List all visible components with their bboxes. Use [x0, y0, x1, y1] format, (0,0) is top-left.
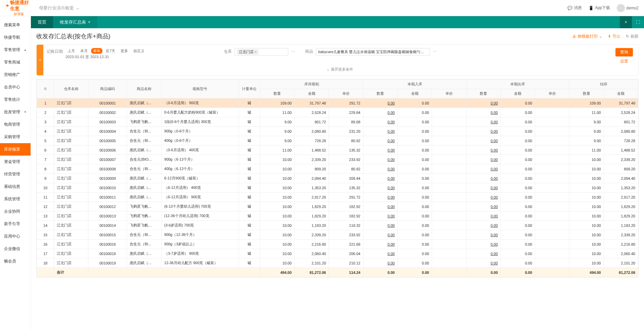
collapse-filter[interactable]: » [37, 45, 43, 75]
sidebar-item-19[interactable]: 畅会员 [0, 255, 31, 267]
sidebar-item-14[interactable]: 系统管理 [0, 193, 31, 205]
date-pill-0[interactable]: 上月 [66, 48, 77, 54]
messages-button[interactable]: 💬 消息 [567, 5, 582, 11]
table-row[interactable]: 5江北门店00100005合生元（BI...400g（0-6个月）罐9.0072… [37, 136, 638, 146]
cell-q3[interactable]: 0.00 [466, 258, 501, 268]
cell-q2[interactable]: 0.00 [363, 155, 397, 164]
table-row[interactable]: 15江北门店00100015合生元（BI...900g（12-36个月）罐10.… [37, 230, 638, 240]
cell-q3[interactable]: 0.00 [466, 211, 501, 221]
cell-q2[interactable]: 0.00 [363, 211, 397, 221]
sidebar-item-16[interactable]: 新手引导 [0, 218, 31, 230]
sidebar-item-7[interactable]: 批发管理▼ [0, 106, 31, 118]
table-row[interactable]: 10江北门店00100010惠氏启赋（...（6-12月适用） 400克罐10.… [37, 183, 638, 193]
cell-q3[interactable]: 0.00 [466, 202, 501, 211]
cell-q3[interactable]: 0.00 [466, 221, 501, 230]
table-row[interactable]: 11江北门店00100011惠氏启赋（...（6-12月适用） 900克罐10.… [37, 193, 638, 202]
sidebar-item-13[interactable]: 基础信息 [0, 180, 31, 193]
cell-q3[interactable]: 0.00 [466, 117, 501, 127]
table-row[interactable]: 4江北门店00100004合生元（BI...900g（0-6个月）罐9.002,… [37, 127, 638, 136]
table-row[interactable]: 2江北门店00100002惠氏启赋（...0-6月婴儿配方奶粉900克（罐装）罐… [37, 108, 638, 117]
sidebar-item-5[interactable]: 会员中心 [0, 81, 31, 93]
query-button[interactable]: 查询 [615, 48, 633, 56]
cell-q2[interactable]: 0.00 [363, 258, 397, 268]
refresh-button[interactable]: ↻ 刷新 [626, 34, 639, 39]
cell-q2[interactable]: 0.00 [363, 230, 397, 240]
cell-q3[interactable]: 0.00 [466, 127, 501, 136]
cell-q2[interactable]: 0.00 [363, 108, 397, 117]
cell-q2[interactable]: 0.00 [363, 136, 397, 146]
gear-icon[interactable]: ⚙ [44, 87, 47, 91]
cell-q2[interactable]: 0.00 [363, 117, 397, 127]
date-pill-5[interactable]: 自定义 [131, 48, 146, 54]
product-more[interactable]: … [433, 48, 437, 53]
cell-q2[interactable]: 0.00 [363, 221, 397, 230]
sidebar-item-10[interactable]: 库存核算 [0, 143, 31, 156]
fullscreen-toggle[interactable]: ⛶ [632, 16, 644, 28]
settings-link[interactable]: 设置 [615, 58, 633, 64]
cell-q3[interactable]: 0.00 [466, 98, 501, 108]
remove-tag-icon[interactable]: × [255, 50, 257, 54]
product-input[interactable]: babycare儿童餐具 婴儿注水保温碗 宝宝防摔碗吸盘碗辅食碗勺套装 雀湖绿 … [316, 48, 430, 56]
sidebar-item-8[interactable]: 电商管理 [0, 118, 31, 131]
sidebar-item-0[interactable]: 搜索菜单 [0, 19, 31, 31]
expand-more-filters[interactable]: ⌄ 展开更多条件 [47, 67, 633, 72]
cell-q3[interactable]: 0.00 [466, 230, 501, 240]
app-download-button[interactable]: 📱 App下载 [589, 5, 610, 11]
table-row[interactable]: 9江北门店00100009惠氏启赋（...6-12月900克（罐装）罐10.00… [37, 174, 638, 183]
date-pill-3[interactable]: 近7天 [104, 48, 117, 54]
account-selector[interactable]: 母婴行业演示账套 ⌄ [39, 5, 80, 11]
warehouse-more[interactable]: … [291, 48, 295, 53]
sidebar-item-12[interactable]: 经营管理 [0, 168, 31, 180]
cell-q3[interactable]: 0.00 [466, 146, 501, 155]
user-menu[interactable]: demo2 [617, 4, 639, 12]
sidebar-item-3[interactable]: 零售商城 [0, 56, 31, 69]
table-row[interactable]: 13江北门店00100013飞鹤星飞帆...(12-36个月幼儿适用) 700克… [37, 211, 638, 221]
tab-report[interactable]: 收发存汇总表 × [53, 16, 97, 28]
table-row[interactable]: 12江北门店00100012飞鹤星飞帆...(6-12个月婴幼儿适用) 700克… [37, 202, 638, 211]
print-button[interactable]: 🖨 按模板打印 ⌄ [572, 34, 602, 39]
table-row[interactable]: 18江北门店00100019惠氏启赋（...12-36月幼儿配方 900克（罐装… [37, 258, 638, 268]
cell-q3[interactable]: 0.00 [466, 193, 501, 202]
cell-q2[interactable]: 0.00 [363, 240, 397, 249]
cell-q2[interactable]: 0.00 [363, 146, 397, 155]
cell-q3[interactable]: 0.00 [466, 249, 501, 258]
cell-q2[interactable]: 0.00 [363, 174, 397, 183]
sidebar-item-4[interactable]: 营销推广 [0, 69, 31, 81]
cell-q3[interactable]: 0.00 [466, 136, 501, 146]
close-all-tabs[interactable]: × [620, 16, 632, 28]
sidebar-item-2[interactable]: 零售管理▲ [0, 44, 31, 56]
table-row[interactable]: 1江北门店00100001惠氏启赋（...（0-6月适用） 900克罐109.0… [37, 98, 638, 108]
cell-q3[interactable]: 0.00 [466, 240, 501, 249]
cell-q2[interactable]: 0.00 [363, 249, 397, 258]
warehouse-input[interactable]: 江北门店 × [234, 48, 288, 56]
sidebar-item-6[interactable]: 零售统计 [0, 93, 31, 106]
cell-q2[interactable]: 0.00 [363, 183, 397, 193]
close-icon[interactable]: × [88, 20, 90, 25]
table-row[interactable]: 16江北门店00100016合生元（BI...900g（3岁或以上）罐10.00… [37, 240, 638, 249]
sidebar-item-11[interactable]: 资金管理 [0, 156, 31, 168]
cell-q3[interactable]: 0.00 [466, 174, 501, 183]
table-row[interactable]: 3江北门店00100003飞鹤星飞帆...1段(0-6个月婴儿适用) 300克罐… [37, 117, 638, 127]
export-button[interactable]: ⬇ 导出 [608, 34, 620, 39]
cell-q2[interactable]: 0.00 [363, 202, 397, 211]
tab-home[interactable]: 首页 [31, 16, 53, 28]
cell-q2[interactable]: 0.00 [363, 193, 397, 202]
table-row[interactable]: 7江北门店00100007合生元(BIO...900g（6-12个月）罐10.0… [37, 155, 638, 164]
sidebar-item-17[interactable]: 应用中心 [0, 230, 31, 243]
table-row[interactable]: 17江北门店00100018惠氏启赋（...（3-7岁适用） 900克罐10.0… [37, 249, 638, 258]
date-pill-2[interactable]: 本年 [91, 48, 102, 54]
cell-q2[interactable]: 0.00 [363, 127, 397, 136]
date-pill-1[interactable]: 本月 [78, 48, 90, 54]
cell-q3[interactable]: 0.00 [466, 155, 501, 164]
sidebar-item-9[interactable]: 采购管理 [0, 131, 31, 143]
table-row[interactable]: 8江北门店00100008合生元（BI...400g（6-12个月）罐10.00… [37, 164, 638, 174]
sidebar-item-18[interactable]: 企业微信 [0, 243, 31, 255]
cell-q3[interactable]: 0.00 [466, 183, 501, 193]
cell-q2[interactable]: 0.00 [363, 164, 397, 174]
date-pill-4[interactable]: 更多 [119, 48, 130, 54]
cell-q3[interactable]: 0.00 [466, 108, 501, 117]
table-row[interactable]: 14江北门店00100014飞鹤星飞帆...(3-6岁适用) 700克罐10.0… [37, 221, 638, 230]
sidebar-item-15[interactable]: 企业协同 [0, 205, 31, 218]
sidebar-item-1[interactable]: 快捷导航 [0, 31, 31, 44]
cell-q2[interactable]: 0.00 [363, 98, 397, 108]
